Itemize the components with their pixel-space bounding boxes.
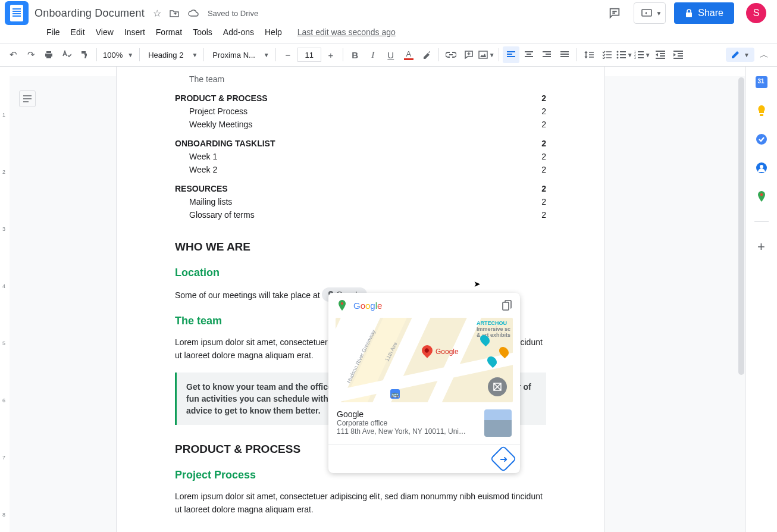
menu-addons[interactable]: Add-ons — [218, 25, 259, 39]
paint-format-button[interactable] — [76, 46, 93, 63]
menu-tools[interactable]: Tools — [188, 25, 217, 39]
toc-heading[interactable]: PRODUCT & PROCESS — [175, 92, 268, 105]
map-layers-button[interactable] — [488, 377, 507, 396]
highlight-button[interactable] — [418, 46, 435, 63]
heading-who-we-are[interactable]: WHO WE ARE — [175, 240, 546, 254]
copy-link-button[interactable] — [502, 300, 512, 311]
toc-page: 2 — [541, 92, 546, 105]
location-hover-card: Google Hudson River Greenway 11th Ave AR… — [328, 293, 520, 473]
checklist-button[interactable] — [599, 46, 615, 63]
chevron-down-icon: ▼ — [744, 52, 750, 58]
menu-bar: File Edit View Insert Format Tools Add-o… — [0, 23, 777, 43]
menu-file[interactable]: File — [42, 25, 65, 39]
toc-page: 2 — [541, 182, 546, 195]
svg-text:3: 3 — [634, 56, 636, 59]
map-pin-icon — [419, 343, 434, 358]
transit-icon: 🚌 — [390, 389, 400, 399]
bold-button[interactable]: B — [347, 46, 364, 63]
menu-help[interactable]: Help — [260, 25, 287, 39]
insert-comment-button[interactable] — [460, 46, 477, 63]
svg-point-15 — [760, 193, 762, 196]
account-avatar[interactable]: S — [746, 3, 766, 23]
print-button[interactable] — [40, 46, 57, 63]
svg-rect-11 — [760, 114, 763, 116]
contacts-icon[interactable] — [756, 162, 767, 174]
heading-location[interactable]: Location — [175, 267, 546, 279]
add-addon-button[interactable]: + — [756, 241, 767, 253]
insert-image-button[interactable]: ▼ — [478, 46, 495, 63]
move-icon[interactable] — [170, 9, 179, 17]
toc-item[interactable]: Week 1 — [189, 150, 217, 163]
document-title[interactable]: Onboarding Document — [35, 7, 145, 20]
align-left-button[interactable] — [503, 46, 519, 63]
toc-heading[interactable]: ONBOARDING TASKLIST — [175, 137, 275, 150]
svg-point-9 — [341, 302, 343, 305]
menu-edit[interactable]: Edit — [66, 25, 90, 39]
toc-heading[interactable]: RESOURCES — [175, 182, 228, 195]
share-button[interactable]: Share — [674, 2, 734, 24]
font-size-input[interactable]: 11 — [297, 48, 321, 62]
toc-page: 2 — [541, 105, 546, 118]
comments-icon[interactable] — [604, 2, 625, 24]
keep-icon[interactable] — [756, 105, 767, 117]
menu-insert[interactable]: Insert — [120, 25, 150, 39]
map-preview[interactable]: Hudson River Greenway 11th Ave ARTECHOUI… — [336, 318, 513, 402]
menu-view[interactable]: View — [91, 25, 118, 39]
zoom-select[interactable]: 100%▼ — [101, 51, 136, 60]
separator — [754, 221, 769, 222]
calendar-icon[interactable]: 31 — [756, 76, 767, 88]
collapse-toolbar-button[interactable]: ︿ — [756, 46, 772, 63]
insert-link-button[interactable] — [443, 46, 459, 63]
toc-page: 2 — [541, 195, 546, 208]
popover-title[interactable]: Google — [353, 301, 382, 311]
place-type: Corporate office — [337, 419, 478, 427]
present-button[interactable]: ▼ — [634, 2, 666, 24]
toolbar: ↶ ↷ 100%▼ Heading 2▼ Proxima N...▼ − 11 … — [0, 43, 777, 67]
tasks-icon[interactable] — [756, 133, 767, 145]
toc-item[interactable]: Project Process — [189, 105, 247, 118]
paragraph-style-select[interactable]: Heading 2▼ — [143, 51, 200, 60]
italic-button[interactable]: I — [365, 46, 381, 63]
present-icon — [641, 8, 652, 18]
toc-item[interactable]: Glossary of terms — [189, 208, 255, 221]
chevron-down-icon: ▼ — [656, 10, 662, 17]
numbered-list-button[interactable]: 123▼ — [634, 46, 651, 63]
increase-indent-button[interactable] — [670, 46, 687, 63]
decrease-font-button[interactable]: − — [280, 46, 296, 63]
undo-button[interactable]: ↶ — [5, 46, 21, 63]
menu-format[interactable]: Format — [151, 25, 187, 39]
toc-item[interactable]: Weekly Meetings — [189, 118, 252, 131]
toc-item[interactable]: Mailing lists — [189, 195, 232, 208]
document-outline-button[interactable] — [19, 90, 36, 107]
maps-icon[interactable] — [756, 190, 767, 202]
bulleted-list-button[interactable]: ▼ — [616, 46, 633, 63]
redo-button[interactable]: ↷ — [23, 46, 39, 63]
decrease-indent-button[interactable] — [652, 46, 669, 63]
underline-button[interactable]: U — [383, 46, 399, 63]
canvas[interactable]: 1 2 3 4 5 6 7 12 34 56 78 The team PRODU… — [0, 67, 745, 532]
toc-item[interactable]: Week 2 — [189, 163, 217, 176]
last-edit-link[interactable]: Last edit was seconds ago — [293, 25, 400, 39]
increase-font-button[interactable]: + — [322, 46, 339, 63]
text-color-button[interactable]: A — [400, 46, 417, 63]
editing-mode-button[interactable]: ▼ — [726, 48, 754, 62]
toc-item[interactable]: The team — [189, 73, 224, 86]
saved-status: Saved to Drive — [208, 9, 258, 18]
svg-rect-10 — [503, 302, 509, 310]
star-icon[interactable]: ☆ — [153, 8, 161, 19]
align-center-button[interactable] — [521, 46, 537, 63]
share-label: Share — [698, 8, 723, 18]
scrollbar[interactable] — [738, 77, 744, 375]
align-right-button[interactable] — [538, 46, 555, 63]
paragraph[interactable]: Lorem ipsum dolor sit amet, consectetuer… — [175, 490, 546, 516]
lock-icon — [685, 8, 693, 18]
font-select[interactable]: Proxima N...▼ — [208, 51, 271, 60]
directions-button[interactable]: ➜ — [490, 445, 516, 472]
align-justify-button[interactable] — [556, 46, 573, 63]
vertical-ruler[interactable]: 12 34 56 78 — [0, 76, 10, 532]
spellcheck-button[interactable] — [58, 46, 75, 63]
svg-rect-2 — [479, 51, 487, 58]
docs-logo[interactable] — [5, 1, 29, 25]
line-spacing-button[interactable] — [581, 46, 597, 63]
map-pin-label: Google — [436, 348, 459, 356]
